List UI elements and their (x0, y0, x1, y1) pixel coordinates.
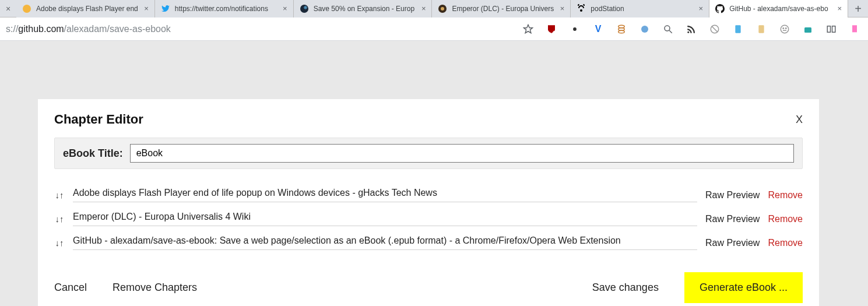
ebook-title-label: eBook Title: (63, 147, 123, 160)
podstation-icon (577, 4, 586, 13)
rss-icon[interactable] (686, 24, 697, 34)
raw-preview-button[interactable]: Raw Preview (705, 214, 760, 224)
tab-github[interactable]: GitHub - alexadam/save-as-ebo × (709, 0, 848, 17)
doc1-icon[interactable] (733, 24, 743, 34)
tab-label: GitHub - alexadam/save-as-ebo (729, 5, 832, 13)
svg-point-6 (580, 9, 582, 12)
chapter-list: ↓↑ Adobe displays Flash Player end of li… (54, 183, 803, 255)
block-icon[interactable] (709, 24, 720, 34)
url-scheme: s:// (6, 24, 18, 34)
tab-adobe[interactable]: Adobe displays Flash Player end × (16, 0, 155, 17)
tab-podstation[interactable]: podStation × (571, 0, 709, 17)
raw-preview-button[interactable]: Raw Preview (705, 190, 760, 201)
chapter-row: ↓↑ Adobe displays Flash Player end of li… (54, 183, 803, 207)
chapter-name[interactable]: GitHub - alexadam/save-as-ebook: Save a … (73, 235, 697, 250)
url-path: /alexadam/save-as-ebook (64, 24, 171, 34)
panel-header: Chapter Editor X (54, 112, 803, 127)
chapter-name[interactable]: Adobe displays Flash Player end of life … (73, 188, 697, 202)
chapter-row: ↓↑ Emperor (DLC) - Europa Universalis 4 … (54, 207, 803, 231)
panel-footer: Cancel Remove Chapters Save changes Gene… (54, 272, 803, 303)
github-icon (715, 4, 725, 13)
stack-icon[interactable] (616, 24, 627, 34)
ebook-title-field: eBook Title: (54, 138, 803, 169)
svg-point-16 (687, 31, 689, 33)
tab-label: Save 50% on Expansion - Europ (314, 5, 417, 13)
svg-rect-26 (852, 25, 857, 32)
svg-line-18 (712, 26, 718, 32)
svg-marker-7 (524, 24, 533, 33)
svg-point-1 (300, 5, 308, 13)
browser-tab-strip: × Adobe displays Flash Player end × http… (0, 0, 868, 17)
close-icon[interactable]: X (796, 114, 803, 126)
ebook-title-input[interactable] (130, 144, 794, 163)
remove-chapters-button[interactable]: Remove Chapters (113, 282, 197, 294)
svg-point-22 (783, 27, 784, 29)
url-host: github.com (18, 24, 64, 34)
svg-point-0 (23, 5, 31, 13)
close-icon[interactable]: × (0, 0, 16, 17)
svg-point-14 (665, 26, 670, 31)
svg-point-13 (641, 26, 648, 33)
dot-icon[interactable] (570, 24, 580, 34)
page-content: Chapter Editor X eBook Title: ↓↑ Adobe d… (0, 41, 868, 306)
tab-label: Emperor (DLC) - Europa Univers (452, 5, 555, 13)
sort-handle-icon[interactable]: ↓↑ (54, 238, 65, 248)
book-icon[interactable] (826, 24, 837, 34)
close-icon[interactable]: × (421, 4, 426, 13)
address-bar: s://github.com/alexadam/save-as-ebook 4 … (0, 17, 868, 41)
remove-button[interactable]: Remove (768, 190, 803, 201)
svg-rect-19 (735, 25, 740, 33)
svg-point-9 (573, 27, 577, 31)
remove-button[interactable]: Remove (768, 214, 803, 224)
ublock-icon[interactable]: 4 (546, 24, 557, 34)
tab-twitter[interactable]: https://twitter.com/notifications × (155, 0, 294, 17)
face-icon[interactable] (779, 24, 790, 34)
tab-label: Adobe displays Flash Player end (36, 5, 139, 13)
close-icon[interactable]: × (699, 4, 704, 13)
svg-point-21 (781, 25, 789, 33)
doc2-icon[interactable] (756, 24, 767, 34)
cancel-button[interactable]: Cancel (54, 282, 87, 294)
tab-label: podStation (591, 5, 694, 13)
page-title: Chapter Editor (54, 112, 143, 127)
generate-ebook-button[interactable]: Generate eBook ... (684, 272, 803, 303)
svg-point-5 (441, 7, 444, 10)
remove-button[interactable]: Remove (768, 238, 803, 248)
chapter-row: ↓↑ GitHub - alexadam/save-as-ebook: Save… (54, 231, 803, 255)
ghacks-icon (22, 4, 31, 13)
svg-point-23 (786, 27, 787, 29)
tray-icon[interactable] (803, 24, 813, 34)
close-icon[interactable]: × (837, 4, 842, 13)
save-changes-button[interactable]: Save changes (592, 282, 659, 294)
tag-icon[interactable] (849, 24, 860, 34)
chapter-editor-panel: Chapter Editor X eBook Title: ↓↑ Adobe d… (38, 99, 819, 306)
svg-rect-20 (758, 25, 764, 33)
svg-point-3 (305, 7, 306, 8)
close-icon[interactable]: × (560, 4, 565, 13)
tab-label: https://twitter.com/notifications (175, 5, 278, 13)
svg-rect-25 (804, 27, 811, 33)
circle-icon[interactable] (639, 24, 650, 34)
close-icon[interactable]: × (283, 4, 287, 13)
tab-paradox[interactable]: Emperor (DLC) - Europa Univers × (432, 0, 571, 17)
search-icon[interactable] (663, 24, 673, 34)
toolbar-icons: 4 V (523, 24, 863, 34)
url-field[interactable]: s://github.com/alexadam/save-as-ebook (5, 24, 523, 34)
close-icon[interactable]: × (144, 4, 149, 13)
new-tab-button[interactable]: + (848, 0, 868, 17)
raw-preview-button[interactable]: Raw Preview (705, 238, 760, 248)
star-icon[interactable] (523, 24, 533, 34)
sort-handle-icon[interactable]: ↓↑ (54, 214, 65, 224)
sort-handle-icon[interactable]: ↓↑ (54, 190, 65, 200)
steam-icon (300, 4, 309, 13)
tab-steam[interactable]: Save 50% on Expansion - Europ × (294, 0, 433, 17)
twitter-icon (161, 4, 170, 13)
v-icon[interactable]: V (593, 24, 603, 34)
chapter-name[interactable]: Emperor (DLC) - Europa Universalis 4 Wik… (73, 212, 697, 226)
svg-line-15 (669, 30, 672, 33)
paradox-icon (438, 4, 447, 13)
svg-text:4: 4 (553, 30, 555, 34)
svg-point-12 (619, 30, 625, 33)
